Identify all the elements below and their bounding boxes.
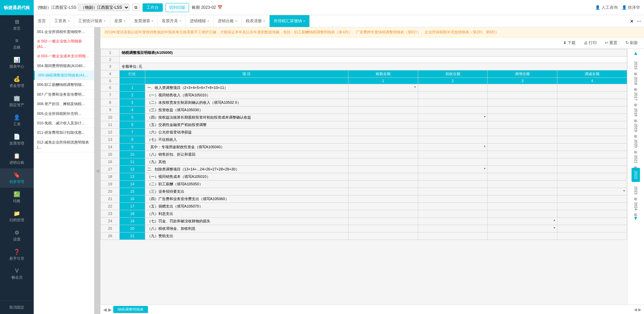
cell-c1[interactable] — [348, 99, 418, 106]
left-item-003[interactable]: ⊘ 003-一般企业成本支出明细... — [34, 52, 94, 61]
left-item-001[interactable]: 001-企业所得税年度纳税申... — [34, 27, 94, 37]
cell-c3[interactable] — [488, 188, 557, 195]
cell-c1[interactable] — [348, 195, 418, 202]
cell-c3[interactable] — [488, 136, 557, 143]
year-item-2017[interactable]: 2017年 — [632, 89, 640, 103]
cell-c1[interactable] — [348, 202, 418, 210]
tab-invoice-calc-close[interactable]: × — [152, 19, 154, 23]
sidebar-item-vip[interactable]: V 畅会员 — [0, 264, 34, 283]
sidebar-item-archive[interactable]: 📁 归档管理 — [0, 207, 34, 226]
cell-c4[interactable] — [557, 158, 627, 165]
year-item-2023[interactable]: 2023年 — [632, 183, 640, 197]
cell-c1[interactable] — [348, 106, 418, 114]
year-item-2018[interactable]: 2018年 — [632, 105, 640, 119]
sidebar-item-home[interactable]: ⊞ 首页 — [0, 15, 34, 34]
cell-c4[interactable] — [557, 143, 627, 151]
cell-c1[interactable] — [348, 210, 418, 217]
cell-c3[interactable] — [488, 173, 557, 180]
unfix-button[interactable]: 取消固定 — [1, 304, 32, 311]
tab-income-tax[interactable]: 所得税汇算缴纳 × — [270, 15, 310, 27]
cell-c2[interactable] — [418, 232, 488, 240]
cell-c1[interactable] — [348, 180, 418, 188]
year-nav-up[interactable]: ▲ — [632, 49, 640, 58]
cell-c1[interactable] — [348, 128, 418, 136]
calendar-icon[interactable]: 📅 — [217, 5, 222, 10]
sidebar-item-finance[interactable]: 💰 资金管理 — [0, 72, 34, 92]
left-item-009[interactable]: 009-企业所得税附补充明... — [34, 109, 94, 119]
cell-c3[interactable] — [488, 143, 557, 151]
bottom-tab-adjust[interactable]: 纳税调整明细表 — [113, 306, 148, 313]
cell-c1[interactable] — [348, 136, 418, 143]
cell-c1[interactable] — [348, 165, 418, 173]
cell-c2[interactable] — [418, 121, 488, 128]
cell-c2[interactable] — [418, 158, 488, 165]
left-item-006[interactable]: 006-职工薪酬纳税调整明细... — [34, 80, 94, 90]
cell-c4[interactable] — [557, 232, 627, 240]
left-item-007[interactable]: 007-广告费和业务宣传费明... — [34, 90, 94, 99]
copy-button[interactable]: ⧉ — [132, 4, 140, 11]
cell-c1[interactable] — [348, 158, 418, 165]
tab-scroll-left[interactable]: ◀ — [103, 307, 107, 312]
reset-button[interactable]: ↩ 重置 — [603, 39, 619, 46]
tab-income-tax-close[interactable]: × — [303, 19, 305, 23]
cell-c3[interactable] — [488, 128, 557, 136]
left-item-005[interactable]: 005-纳税调整项目明细表(A1... — [34, 71, 94, 80]
download-button[interactable]: ⬇ 下载 — [561, 39, 578, 46]
cell-c4[interactable] — [557, 173, 627, 180]
tab-purchase-check[interactable]: 进销稽核 × — [186, 15, 214, 27]
cell-c2[interactable] — [418, 136, 488, 143]
year-item-2016[interactable]: 2016年 — [632, 74, 640, 88]
h-scroll-right[interactable]: ▶ — [638, 307, 641, 312]
cell-c1[interactable] — [348, 232, 418, 240]
cell-c4[interactable]: * — [557, 188, 627, 195]
sidebar-item-guide[interactable]: ❓ 新手引导 — [0, 245, 34, 264]
cell-c2[interactable] — [418, 106, 488, 114]
sidebar-item-settings[interactable]: ⚙ 设置 — [0, 226, 34, 245]
cell-c3[interactable] — [488, 158, 557, 165]
tab-purchase-ledger[interactable]: 进销台账 × — [214, 15, 242, 27]
year-item-2024[interactable]: 2024年 — [632, 199, 640, 213]
cell-c3[interactable] — [488, 91, 557, 99]
cell-c1[interactable] — [348, 121, 418, 128]
cell-c1[interactable] — [348, 173, 418, 180]
close-all-icon[interactable]: ✕ — [630, 19, 634, 24]
sidebar-item-invoice[interactable]: 📄 发票管理 — [0, 130, 34, 149]
cell-c1[interactable]: * — [348, 84, 418, 91]
cell-c2[interactable] — [418, 99, 488, 106]
cell-c2[interactable] — [418, 195, 488, 202]
cell-c2[interactable] — [418, 225, 488, 232]
year-item-2021[interactable]: 2021年 — [632, 152, 640, 166]
tab-invoice-close[interactable]: × — [124, 19, 126, 23]
sidebar-item-salary[interactable]: 👤 工资 — [0, 111, 34, 130]
left-item-012[interactable]: 012-减免企业所得税优惠明细表(... — [34, 138, 94, 153]
cell-c3[interactable] — [488, 180, 557, 188]
tab-invoice[interactable]: 发票 × — [110, 15, 130, 27]
cell-c4[interactable] — [557, 99, 627, 106]
cell-c4[interactable] — [557, 210, 627, 217]
year-item-2020[interactable]: 2020年 — [632, 136, 640, 151]
company-dropdown[interactable]: （物副）江西股宝-LSS — [78, 4, 129, 11]
cell-c4[interactable] — [557, 121, 627, 128]
cell-c4[interactable] — [557, 195, 627, 202]
cell-c1[interactable] — [348, 151, 418, 158]
cell-c1[interactable] — [348, 91, 418, 99]
panel-toggle[interactable]: ◁ — [94, 27, 100, 314]
cell-c4[interactable] — [557, 217, 627, 225]
left-item-008[interactable]: 008-资产折旧、摊销及纳税... — [34, 99, 94, 109]
cell-c4[interactable] — [557, 225, 627, 232]
tab-salary-close[interactable]: × — [68, 19, 70, 23]
year-item-2022[interactable]: 2022年 — [632, 168, 640, 182]
cell-c3[interactable] — [488, 151, 557, 158]
user-avatar[interactable]: 👤 徐泽华 — [622, 5, 640, 10]
tab-invoice-calc[interactable]: 发票测算 × — [130, 15, 158, 27]
sidebar-item-ledger[interactable]: ≡ 总账 — [0, 34, 34, 53]
cell-c3[interactable] — [488, 232, 557, 240]
cell-c4[interactable] — [557, 91, 627, 99]
tab-purchase-ledger-close[interactable]: × — [235, 19, 237, 23]
cell-c1[interactable] — [348, 114, 418, 121]
left-item-002[interactable]: ⊘ 002-一般企业收入明细表(A1... — [34, 37, 94, 52]
year-nav-down[interactable]: ▼ — [632, 214, 640, 223]
cell-c2[interactable] — [418, 173, 488, 180]
tab-invoice-open-close[interactable]: × — [179, 19, 181, 23]
sidebar-item-closing[interactable]: 💹 结账 — [0, 188, 34, 207]
